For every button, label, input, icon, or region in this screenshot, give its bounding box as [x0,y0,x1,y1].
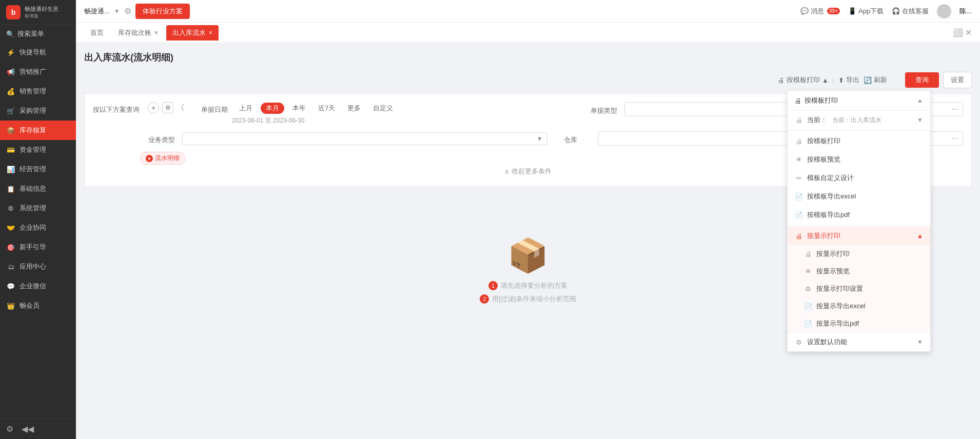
dropdown-display-pdf[interactable]: 📄 按显示导出pdf [788,315,930,332]
dropdown-display-print-header[interactable]: 🖨 按显示打印 ▲ [788,227,930,245]
tab-expand-icon[interactable]: ⬜ [953,28,963,37]
template-print-label: 按模板打印 [807,136,840,146]
display-section-arrow: ▲ [917,232,923,240]
collapse-sidebar-icon[interactable]: ◀◀ [22,424,34,434]
dropdown-display-preview[interactable]: 👁 按显示预览 [788,263,930,280]
sidebar-item-operations[interactable]: 📊 经营管理 [0,159,76,179]
guide-icon: 🎯 [6,243,15,252]
sidebar-item-cooperation[interactable]: 🤝 企业协同 [0,218,76,237]
app-badge: 标准版 [25,13,58,19]
warehouse-more-icon[interactable]: ··· [952,134,958,143]
sidebar-item-app-center[interactable]: 🗂 应用中心 [0,257,76,276]
user-dropdown-icon[interactable]: ▼ [114,8,120,15]
user-name[interactable]: 畅捷通... [84,7,110,16]
filter-collapse-icon[interactable]: 《 [177,103,185,113]
top-header: 畅捷通... ▼ ⚙ 体验行业方案 💬 消息 99+ 📱 App下载 🎧 在线客… [76,0,980,23]
business-type-select[interactable]: ▼ [182,132,547,145]
dropdown-template-print[interactable]: 🖨 按模板打印 [788,132,930,150]
dropdown-template-pdf[interactable]: 📄 按模板导出pdf [788,206,930,224]
tab-stock-flow-label: 出入库流水 [172,28,206,37]
dropdown-template-preview[interactable]: 👁 按模板预览 [788,150,930,169]
quick-nav-icon: ⚡ [6,48,15,57]
sidebar-item-guide[interactable]: 🎯 新手引导 [0,237,76,257]
date-option-this-year[interactable]: 本年 [288,102,310,114]
hint-1-text: 请先选择要分析的方案 [501,281,567,290]
avatar[interactable] [937,4,951,18]
warehouse-label: 仓库 [564,132,595,145]
message-button[interactable]: 💬 消息 99+ [800,7,840,16]
trial-button[interactable]: 体验行业方案 [135,4,190,19]
refresh-button[interactable]: 🔄 刷新 [864,75,887,85]
sales-icon: 💰 [6,87,15,96]
active-filter-label: 流水明细 [155,154,180,163]
tab-inventory-batch-close[interactable]: × [154,29,158,36]
filter-settings-button[interactable]: ⚙ [162,102,173,113]
date-option-this-month[interactable]: 本月 [261,103,284,114]
dropdown-display-print[interactable]: 🖨 按显示打印 [788,245,930,263]
purchase-icon: 🛒 [6,106,15,115]
sidebar-search[interactable]: 🔍 搜索菜单 [0,25,76,43]
app-download-button[interactable]: 📱 App下载 [848,7,884,16]
tab-close-all-icon[interactable]: ✕ [965,28,972,37]
dropdown-header: 🖨 按模板打印 ▲ [788,91,930,111]
weixin-icon: 💬 [6,282,15,291]
tab-home[interactable]: 首页 [84,25,110,41]
dropdown-title-label: 按模板打印 [805,96,838,105]
sidebar-item-label: 企业协同 [19,223,46,232]
sidebar-item-quick-nav[interactable]: ⚡ 快捷导航 [0,43,76,62]
dropdown-display-excel[interactable]: 📄 按显示导出excel [788,297,930,315]
tab-stock-flow[interactable]: 出入库流水 × [166,25,219,41]
template-preview-label: 按模板预览 [807,155,840,164]
sidebar-item-member[interactable]: 👑 畅会员 [0,296,76,315]
dropdown-template-excel[interactable]: 📄 按模板导出excel [788,187,930,206]
sidebar-item-finance[interactable]: 💳 资金管理 [0,140,76,159]
sidebar-item-sales[interactable]: 💰 销售管理 [0,82,76,101]
sidebar-item-label: 新手引导 [19,243,46,252]
sidebar-item-purchase[interactable]: 🛒 采购管理 [0,101,76,121]
active-filter-tag[interactable]: ● 流水明细 [140,152,185,165]
sidebar-item-weixin[interactable]: 💬 企业微信 [0,276,76,296]
date-option-last-month[interactable]: 上月 [235,102,257,114]
settings-icon[interactable]: ⚙ [6,424,13,434]
dropdown-current-item[interactable]: 🖨 当前： 当前：出入库流水 ▼ [788,111,930,129]
collapse-button[interactable]: ∧ 收起更多条件 [504,167,552,176]
current-label: 当前： [807,115,827,125]
display-excel-icon: 📄 [804,302,812,310]
tab-stock-flow-close[interactable]: × [209,29,212,36]
tab-inventory-batch[interactable]: 库存批次账 × [112,25,164,41]
display-pdf-icon: 📄 [804,320,812,328]
print-dropdown-panel: 🖨 按模板打印 ▲ 🖨 当前： 当前：出入库流水 ▼ 🖨 按模板打印 [787,90,931,352]
sidebar-item-marketing[interactable]: 📢 营销推广 [0,62,76,82]
settings-gear-icon[interactable]: ⚙ [124,6,131,16]
dropdown-collapse-icon[interactable]: ▲ [917,97,923,104]
filter-actions: + ⚙ 《 [148,102,185,113]
dropdown-set-default[interactable]: ⚙ 设置默认功能 ▼ [788,332,930,351]
divider-2 [788,225,930,226]
online-service-button[interactable]: 🎧 在线客服 [892,7,929,16]
date-label: 单据日期 [201,102,232,114]
filter-add-button[interactable]: + [148,102,159,113]
collapse-icon: ∧ [504,168,509,175]
template-customize-label: 模板自定义设计 [807,173,854,183]
display-preview-label: 按显示预览 [816,267,850,276]
print-dropdown-arrow: ▲ [822,76,829,84]
set-default-icon: ⚙ [795,338,803,346]
business-type-arrow: ▼ [536,135,543,143]
sidebar-item-system[interactable]: ⚙ 系统管理 [0,198,76,218]
dropdown-template-customize[interactable]: ✏ 模板自定义设计 [788,169,930,187]
settings-button[interactable]: 设置 [943,72,972,88]
headset-icon: 🎧 [892,7,900,15]
user-display-name: 陈... [959,7,972,16]
current-arrow-icon: ▼ [917,116,923,124]
date-option-7-days[interactable]: 近7天 [314,102,339,114]
date-option-custom[interactable]: 自定义 [369,102,397,114]
dropdown-display-settings[interactable]: ⚙ 按显示打印设置 [788,280,930,297]
sidebar-item-inventory[interactable]: 📦 库存核算 [0,121,76,140]
query-button[interactable]: 查询 [905,72,939,88]
template-excel-icon: 📄 [795,192,803,201]
print-template-button[interactable]: 🖨 按模板打印 ▲ [778,75,829,85]
export-button[interactable]: ⬆ 导出 [838,75,859,85]
sidebar-item-basic[interactable]: 📋 基础信息 [0,179,76,198]
date-option-more[interactable]: 更多 [343,102,365,114]
receipt-type-more-icon[interactable]: ··· [952,105,958,114]
